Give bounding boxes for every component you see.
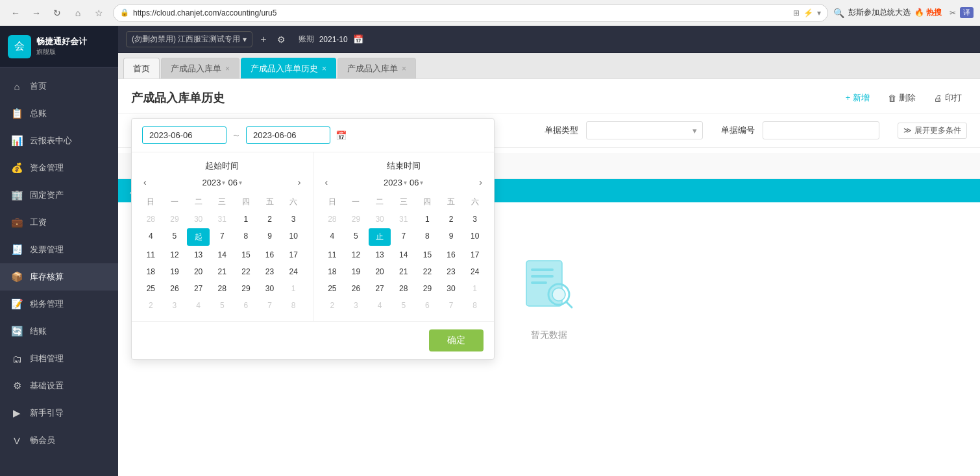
cal-day[interactable]: 12 [164,247,186,263]
cal-day[interactable]: 10 [463,228,486,246]
cal-day[interactable]: 13 [187,247,210,263]
cal-day[interactable]: 22 [416,264,439,280]
sidebar-item-inventory[interactable]: 📦库存核算 [0,263,118,291]
date-picker-icon[interactable]: 📅 [336,130,347,141]
expand-conditions-btn[interactable]: ≫ 展开更多条件 [898,123,967,139]
cal-day[interactable]: 21 [392,264,415,280]
address-bar[interactable]: 🔒 https://cloud.chanjet.com/accounting/u… [113,4,828,22]
back-button[interactable]: ← [6,4,25,22]
cal-day[interactable]: 3 [282,211,305,227]
sidebar-item-settle[interactable]: 🔄结账 [0,318,118,345]
calendar-icon[interactable]: 📅 [353,34,363,44]
cal-day[interactable]: 8 [416,228,439,246]
cal-day[interactable]: 26 [164,281,186,296]
home-button[interactable]: ⌂ [69,4,87,22]
cal-day[interactable]: 28 [211,281,234,296]
add-tab-button[interactable]: + [258,34,269,45]
sidebar-item-invoice[interactable]: 🧾发票管理 [0,236,118,263]
cal-day[interactable]: 2 [258,211,281,227]
delete-button[interactable]: 🗑 删除 [883,89,921,106]
end-year-select[interactable]: 2023 ▾ [384,178,407,187]
cal-day[interactable]: 25 [140,281,162,296]
start-year-select[interactable]: 2023 ▾ [202,178,226,187]
cal-day[interactable]: 21 [211,264,234,280]
cal-day[interactable]: 27 [187,281,210,296]
cal-day[interactable]: 9 [440,228,463,246]
cal-day[interactable]: 4 [321,228,344,246]
cal-day[interactable]: 23 [258,264,281,280]
cal-day[interactable]: 16 [440,247,463,263]
end-date-input[interactable] [246,126,330,144]
forward-button[interactable]: → [27,4,45,22]
cal-day[interactable]: 15 [416,247,439,263]
sidebar-item-settings[interactable]: ⚙基础设置 [0,372,118,399]
cal-day[interactable]: 30 [440,281,463,296]
tab-product-list[interactable]: 产成品入库单× [161,58,239,78]
cal-day[interactable]: 7 [211,228,234,246]
start-next-btn[interactable]: › [294,176,305,189]
sidebar-item-tax[interactable]: 📝税务管理 [0,291,118,318]
cal-day[interactable]: 13 [369,247,391,263]
start-date-input[interactable] [142,126,227,144]
sidebar-item-guide[interactable]: ▶新手引导 [0,399,118,427]
start-month-select[interactable]: 06 ▾ [228,178,241,187]
bookmark-button[interactable]: ☆ [90,4,108,22]
cal-day[interactable]: 止 [369,228,391,246]
sidebar-item-payroll[interactable]: 💼工资 [0,209,118,236]
company-selector[interactable]: (勿删勿禁用) 江西服宝测试专用 ▾ [126,31,252,47]
cal-day[interactable]: 22 [235,264,258,280]
cal-day[interactable]: 17 [463,247,486,263]
start-prev-btn[interactable]: ‹ [140,176,151,189]
cal-day[interactable]: 4 [140,228,162,246]
cal-day[interactable]: 29 [235,281,258,296]
sidebar-item-ledger[interactable]: 📋总账 [0,100,118,127]
cal-day[interactable]: 18 [140,264,162,280]
sidebar-item-home[interactable]: ⌂首页 [0,73,118,100]
cal-day[interactable]: 26 [345,281,367,296]
cal-day[interactable]: 20 [369,264,391,280]
confirm-button[interactable]: 确定 [429,329,484,351]
cal-day[interactable]: 18 [321,264,344,280]
type-select[interactable]: ▾ [586,121,703,139]
cal-day[interactable]: 16 [258,247,281,263]
sidebar-item-member[interactable]: V畅会员 [0,427,118,454]
cal-day[interactable]: 7 [392,228,415,246]
tab-home[interactable]: 首页 [123,58,160,78]
sidebar-item-archive[interactable]: 🗂归档管理 [0,345,118,372]
cal-day[interactable]: 19 [164,264,186,280]
tab-close-product-history[interactable]: × [322,64,326,73]
new-button[interactable]: + 新增 [840,89,875,106]
end-month-select[interactable]: 06 ▾ [410,178,423,187]
cal-day[interactable]: 30 [258,281,281,296]
cal-day[interactable]: 8 [235,228,258,246]
cal-day[interactable]: 14 [392,247,415,263]
tab-product-list2[interactable]: 产成品入库单× [337,58,416,78]
cal-day[interactable]: 20 [187,264,210,280]
print-button[interactable]: 🖨 印打 [929,89,967,106]
end-prev-btn[interactable]: ‹ [321,176,332,189]
cal-day[interactable]: 24 [282,264,305,280]
cal-day[interactable]: 17 [282,247,305,263]
end-next-btn[interactable]: › [475,176,486,189]
sidebar-item-reports[interactable]: 📊云报表中心 [0,127,118,154]
cal-day[interactable]: 5 [164,228,186,246]
tab-product-history[interactable]: 产成品入库单历史× [241,58,336,78]
cal-day[interactable]: 28 [392,281,415,296]
cal-day[interactable]: 1 [235,211,258,227]
reload-button[interactable]: ↻ [48,4,66,22]
settings-button[interactable]: ⚙ [275,34,288,45]
cal-day[interactable]: 2 [440,211,463,227]
cal-day[interactable]: 10 [282,228,305,246]
dropdown-icon[interactable]: ▾ [817,8,821,18]
cal-day[interactable]: 9 [258,228,281,246]
cal-day[interactable]: 14 [211,247,234,263]
cal-day[interactable]: 27 [369,281,391,296]
cal-day[interactable]: 1 [416,211,439,227]
sidebar-item-assets[interactable]: 🏢固定资产 [0,182,118,209]
cal-day[interactable]: 23 [440,264,463,280]
cal-day[interactable]: 15 [235,247,258,263]
cal-day[interactable]: 24 [463,264,486,280]
tab-close-product-list2[interactable]: × [402,64,406,73]
cal-day[interactable]: 12 [345,247,367,263]
sidebar-item-funds[interactable]: 💰资金管理 [0,154,118,182]
